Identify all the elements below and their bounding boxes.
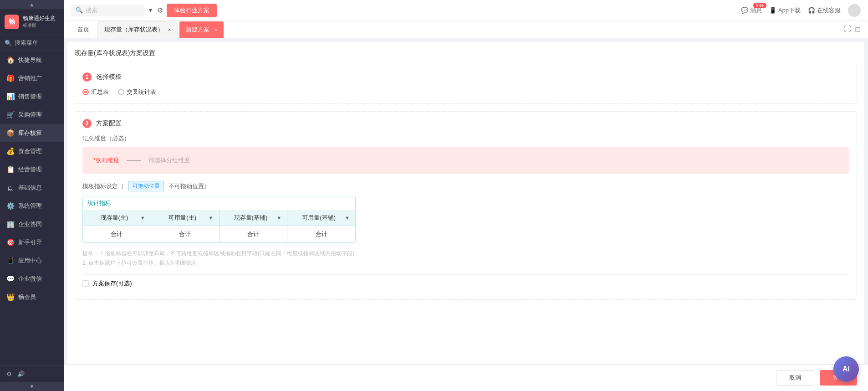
sidebar-item-system[interactable]: ⚙️ 系统管理 bbox=[0, 197, 64, 215]
stats-table-header: 统计指标 bbox=[83, 196, 355, 210]
footer-btns: 取消 查询 bbox=[64, 364, 868, 391]
sidebar-item-basicinfo[interactable]: 🗂 基础信息 bbox=[0, 179, 64, 197]
crown-icon: 👑 bbox=[6, 293, 15, 301]
col-chevron-1[interactable]: ▼ bbox=[209, 215, 214, 221]
sidebar-scroll-up[interactable]: ▲ bbox=[0, 0, 64, 9]
col-name-1: 可用量(主) bbox=[157, 214, 209, 222]
tip-line-1: 提示： 1.拖动标题栏可以调整布局，不可跨维度或指标区域拖动栏目字段(只能在同一… bbox=[82, 250, 849, 257]
search-icon: 🔍 bbox=[76, 7, 83, 14]
tip-1-text: 1.拖动标题栏可以调整布局，不可跨维度或指标区域拖动栏目字段(只能在同一维度或指… bbox=[100, 250, 354, 257]
trial-btn[interactable]: 体验行业方案 bbox=[167, 4, 217, 17]
topbar-dropdown[interactable]: ▼ bbox=[148, 7, 153, 14]
indicator-label: 模板指标设定（ 可拖动位置 不可拖动位置） bbox=[82, 181, 849, 191]
tab-new-plan[interactable]: 新建方案 × bbox=[179, 21, 223, 38]
col-header-2[interactable]: 现存量(基辅) ▼ bbox=[220, 210, 287, 226]
message-icon: 💬 bbox=[741, 7, 748, 14]
sidebar-nav: 🏠 快捷导航 🎁 营销推广 📊 销售管理 🛒 采购管理 📦 库存核算 💰 资金管… bbox=[0, 51, 64, 365]
tab-inventory-label: 现存量（库存状况表） bbox=[104, 26, 163, 34]
sidebar-item-shortcut[interactable]: 🏠 快捷导航 bbox=[0, 51, 64, 69]
radio-summary[interactable]: 汇总表 bbox=[82, 88, 109, 96]
phone-icon: 📱 bbox=[769, 7, 776, 14]
section-1-title: 选择模板 bbox=[96, 73, 122, 81]
table-col-3: 可用量(基辅) ▼ 合计 bbox=[287, 210, 355, 242]
unmovable-label: 不可拖动位置） bbox=[168, 182, 210, 190]
col-chevron-0[interactable]: ▼ bbox=[140, 215, 145, 221]
table-cols: 现存量(主) ▼ 合计 可用量(主) ▼ 合计 bbox=[83, 210, 355, 242]
col-body-0: 合计 bbox=[83, 226, 151, 242]
col-chevron-3[interactable]: ▼ bbox=[345, 215, 350, 221]
tab-new-plan-close[interactable]: × bbox=[214, 27, 217, 32]
chat-icon: 💬 bbox=[6, 275, 15, 283]
sidebar-item-operation[interactable]: 📋 经营管理 bbox=[0, 160, 64, 179]
radio-summary-label: 汇总表 bbox=[91, 88, 109, 96]
col-body-2: 合计 bbox=[220, 226, 287, 242]
mobile-icon: 📱 bbox=[6, 257, 15, 265]
speaker-icon[interactable]: 🔊 bbox=[17, 370, 25, 377]
tab-inventory[interactable]: 现存量（库存状况表） × bbox=[97, 21, 178, 38]
topbar: 🔍 搜索 ▼ ⚙ 体验行业方案 💬 消息 99+ 📱 App下载 🎧 在线客服 bbox=[64, 0, 868, 21]
settings-icon[interactable]: ⚙ bbox=[6, 370, 12, 377]
radio-cross-label: 交叉统计表 bbox=[127, 88, 156, 96]
sidebar: ▲ 畅 畅康通好生意 标准版 🔍 搜索菜单 🏠 快捷导航 🎁 营销推广 📊 销售… bbox=[0, 0, 64, 391]
tip-2-text: 2. 点击标题栏下拉可设置排序、插入列和删除列 bbox=[82, 260, 198, 266]
headset-icon: 🎧 bbox=[808, 7, 815, 14]
ai-label: Ai bbox=[842, 365, 850, 373]
radio-cross-circle bbox=[118, 89, 124, 95]
save-label: 方案保存(可选) bbox=[92, 279, 132, 288]
dimension-row[interactable]: *纵向维度 —— 请选择分组维度 bbox=[82, 147, 849, 174]
resize-icon-2[interactable]: ⊡ bbox=[855, 25, 861, 34]
sidebar-item-label: 基础信息 bbox=[18, 184, 42, 192]
message-item[interactable]: 💬 消息 99+ bbox=[741, 6, 762, 15]
topbar-search[interactable]: 🔍 搜索 bbox=[71, 5, 144, 16]
sidebar-item-purchase[interactable]: 🛒 采购管理 bbox=[0, 106, 64, 124]
user-avatar[interactable] bbox=[848, 4, 861, 17]
folder-icon: 🗂 bbox=[6, 184, 15, 192]
sidebar-item-label: 系统管理 bbox=[18, 202, 42, 210]
message-badge: 99+ bbox=[753, 3, 766, 8]
tab-resize-btns: ⛶ ⊡ bbox=[844, 25, 861, 34]
sidebar-item-wechat[interactable]: 💬 企业微信 bbox=[0, 270, 64, 288]
logo-text: 畅康通好生意 bbox=[23, 15, 56, 22]
cancel-button[interactable]: 取消 bbox=[776, 370, 814, 386]
col-name-2: 现存量(基辅) bbox=[225, 214, 277, 222]
topbar-gear-icon[interactable]: ⚙ bbox=[157, 6, 163, 15]
search-placeholder: 搜索 bbox=[86, 6, 97, 15]
col-header-0[interactable]: 现存量(主) ▼ bbox=[83, 210, 151, 226]
col-name-3: 可用量(基辅) bbox=[293, 214, 345, 222]
radio-cross[interactable]: 交叉统计表 bbox=[118, 88, 156, 96]
tab-home[interactable]: 首页 bbox=[71, 21, 96, 38]
sidebar-item-label: 经营管理 bbox=[18, 165, 42, 174]
sidebar-item-finance[interactable]: 💰 资金管理 bbox=[0, 142, 64, 160]
col-header-1[interactable]: 可用量(主) ▼ bbox=[151, 210, 219, 226]
sidebar-search-item[interactable]: 🔍 搜索菜单 bbox=[0, 35, 64, 51]
sidebar-item-enterprise[interactable]: 🏢 企业协同 bbox=[0, 215, 64, 233]
sidebar-item-appcenter[interactable]: 📱 应用中心 bbox=[0, 252, 64, 270]
table-col-1: 可用量(主) ▼ 合计 bbox=[151, 210, 220, 242]
resize-icon-1[interactable]: ⛶ bbox=[844, 25, 851, 34]
col-chevron-2[interactable]: ▼ bbox=[276, 215, 281, 221]
ai-fab-button[interactable]: Ai bbox=[833, 356, 859, 382]
online-service-item[interactable]: 🎧 在线客服 bbox=[808, 6, 841, 15]
sidebar-item-sales[interactable]: 📊 销售管理 bbox=[0, 87, 64, 106]
tips-section: 提示： 1.拖动标题栏可以调整布局，不可跨维度或指标区域拖动栏目字段(只能在同一… bbox=[82, 250, 849, 267]
sidebar-item-label: 库存核算 bbox=[18, 129, 42, 137]
main-area: 🔍 搜索 ▼ ⚙ 体验行业方案 💬 消息 99+ 📱 App下载 🎧 在线客服 bbox=[64, 0, 868, 391]
sidebar-item-marketing[interactable]: 🎁 营销推广 bbox=[0, 69, 64, 87]
save-checkbox[interactable] bbox=[82, 280, 89, 287]
money-icon: 💰 bbox=[6, 147, 15, 155]
sidebar-item-member[interactable]: 👑 畅会员 bbox=[0, 288, 64, 306]
sidebar-item-newguide[interactable]: 🎯 新手引导 bbox=[0, 233, 64, 252]
logo-badge: 标准版 bbox=[23, 22, 56, 29]
indicator-settings-label: 模板指标设定（ bbox=[82, 182, 124, 190]
sidebar-item-label: 采购管理 bbox=[18, 111, 42, 119]
chart-icon: 📊 bbox=[6, 93, 15, 101]
col-header-3[interactable]: 可用量(基辅) ▼ bbox=[287, 210, 355, 226]
section-1-num: 1 bbox=[82, 72, 92, 82]
sidebar-logo: 畅 畅康通好生意 标准版 bbox=[0, 9, 64, 35]
sidebar-scroll-down[interactable]: ▼ bbox=[0, 382, 64, 391]
col-body-3: 合计 bbox=[287, 226, 355, 242]
section-2-num: 2 bbox=[82, 119, 92, 128]
sidebar-item-inventory[interactable]: 📦 库存核算 bbox=[0, 124, 64, 142]
tab-inventory-close[interactable]: × bbox=[168, 27, 171, 32]
app-download-item[interactable]: 📱 App下载 bbox=[769, 6, 801, 15]
